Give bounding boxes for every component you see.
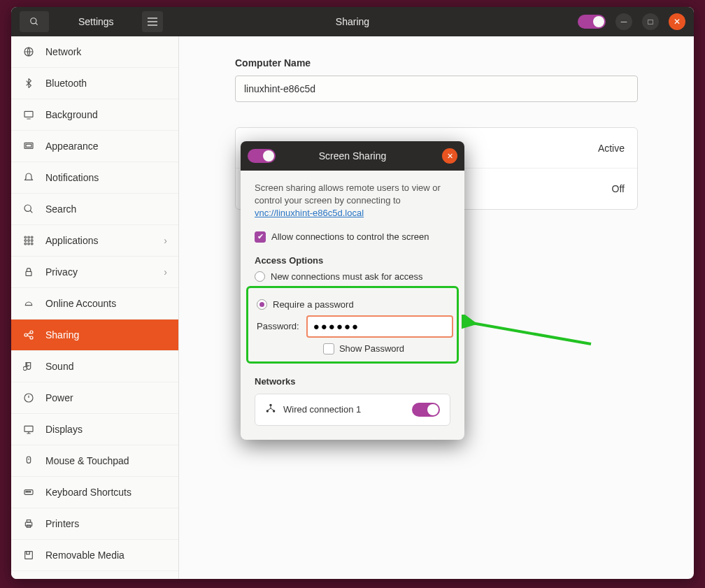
- svg-rect-20: [26, 271, 31, 275]
- allow-control-checkbox[interactable]: ✔: [255, 231, 266, 243]
- password-input[interactable]: [306, 315, 453, 338]
- sidebar-icon: [22, 235, 35, 246]
- sidebar-icon: [22, 487, 35, 498]
- sidebar-icon: [22, 109, 35, 120]
- svg-point-19: [31, 243, 33, 245]
- sidebar-label: Power: [45, 392, 73, 403]
- sidebar-item-removable-media[interactable]: Removable Media: [11, 540, 178, 571]
- chevron-icon: ›: [164, 266, 167, 278]
- search-icon: [29, 17, 39, 27]
- svg-rect-28: [26, 492, 27, 492]
- show-password-row[interactable]: Show Password: [257, 343, 448, 354]
- sidebar-label: Notifications: [45, 172, 99, 183]
- screen-sharing-dialog: Screen Sharing ✕ Screen sharing allows r…: [241, 141, 464, 440]
- sidebar-icon: [22, 266, 35, 278]
- search-button[interactable]: [20, 11, 49, 32]
- close-button[interactable]: ✕: [669, 13, 685, 30]
- sidebar-item-network[interactable]: Network: [11, 36, 178, 68]
- require-password-radio[interactable]: [257, 299, 267, 310]
- computer-name-label: Computer Name: [235, 57, 638, 69]
- hamburger-button[interactable]: [142, 11, 163, 32]
- vnc-link[interactable]: vnc://linuxhint-e86c5d.local: [255, 208, 364, 218]
- sidebar-icon: [22, 329, 35, 340]
- minimize-button[interactable]: ─: [615, 13, 632, 30]
- sidebar-item-power[interactable]: Power: [11, 382, 178, 414]
- svg-point-11: [24, 236, 27, 238]
- sidebar-icon: [22, 172, 35, 183]
- network-name: Wired connection 1: [283, 404, 361, 415]
- sidebar-item-sharing[interactable]: Sharing: [11, 320, 178, 351]
- sidebar-label: Removable Media: [45, 550, 124, 561]
- sidebar-icon: [22, 141, 35, 152]
- app-title: Settings: [78, 16, 114, 27]
- sidebar-item-notifications[interactable]: Notifications: [11, 162, 178, 194]
- svg-line-10: [30, 210, 32, 213]
- sidebar-label: Keyboard Shortcuts: [45, 487, 131, 498]
- network-toggle[interactable]: [412, 403, 440, 417]
- sidebar-icon: [22, 203, 35, 215]
- access-options-heading: Access Options: [255, 255, 450, 266]
- sidebar-icon: [22, 518, 35, 529]
- sidebar-item-mouse-touchpad[interactable]: Mouse & Touchpad: [11, 445, 178, 477]
- sidebar-item-bluetooth[interactable]: Bluetooth: [11, 68, 178, 99]
- sharing-master-toggle[interactable]: [578, 15, 606, 29]
- sidebar-icon: [22, 424, 35, 435]
- require-password-label: Require a password: [273, 299, 354, 310]
- page-title: Sharing: [336, 16, 369, 27]
- password-label: Password:: [257, 321, 299, 331]
- sidebar-item-keyboard-shortcuts[interactable]: Keyboard Shortcuts: [11, 477, 178, 508]
- svg-rect-30: [29, 492, 30, 492]
- sidebar-item-privacy[interactable]: Privacy›: [11, 257, 178, 288]
- row-status: Off: [612, 183, 625, 194]
- computer-name-input[interactable]: [235, 76, 638, 102]
- network-row: Wired connection 1: [255, 394, 450, 426]
- networks-heading: Networks: [255, 376, 450, 387]
- svg-point-14: [24, 240, 27, 242]
- sidebar-item-search[interactable]: Search: [11, 194, 178, 225]
- svg-point-0: [31, 18, 36, 24]
- sidebar-item-background[interactable]: Background: [11, 99, 178, 131]
- dialog-title: Screen Sharing: [319, 150, 387, 162]
- sidebar-label: Printers: [45, 518, 79, 529]
- sidebar-item-online-accounts[interactable]: Online Accounts: [11, 288, 178, 320]
- network-icon: [265, 403, 276, 416]
- sidebar-label: Bluetooth: [45, 78, 87, 89]
- sidebar-item-printers[interactable]: Printers: [11, 508, 178, 540]
- ask-access-row[interactable]: New connections must ask for access: [255, 271, 450, 282]
- sidebar-item-applications[interactable]: Applications›: [11, 225, 178, 257]
- ask-access-radio[interactable]: [255, 271, 265, 282]
- sidebar-label: Network: [45, 46, 81, 57]
- show-password-checkbox[interactable]: [323, 343, 334, 354]
- sidebar-item-sound[interactable]: Sound: [11, 351, 178, 382]
- svg-point-9: [24, 205, 31, 211]
- allow-control-row[interactable]: ✔ Allow connections to control the scree…: [255, 231, 450, 243]
- sidebar-item-appearance[interactable]: Appearance: [11, 131, 178, 162]
- svg-point-22: [30, 331, 33, 334]
- sidebar-icon: [22, 298, 35, 309]
- sidebar-label: Appearance: [45, 141, 99, 152]
- sidebar-label: Sharing: [45, 329, 79, 340]
- svg-rect-32: [27, 520, 30, 522]
- sidebar-icon: [22, 46, 35, 57]
- sidebar-label: Sound: [45, 361, 73, 372]
- sidebar-label: Background: [45, 109, 98, 120]
- svg-rect-8: [26, 144, 31, 147]
- sidebar-label: Privacy: [45, 266, 78, 278]
- sidebar-label: Mouse & Touchpad: [45, 455, 129, 466]
- require-password-row[interactable]: Require a password: [257, 299, 448, 310]
- sidebar-label: Online Accounts: [45, 298, 116, 309]
- titlebar: Settings Sharing ─ □ ✕: [11, 7, 694, 36]
- password-highlight: Require a password Password: Show Passwo…: [246, 286, 459, 364]
- svg-point-18: [28, 243, 30, 245]
- maximize-button[interactable]: □: [642, 13, 659, 30]
- svg-line-1: [36, 23, 38, 25]
- screen-sharing-toggle[interactable]: [248, 149, 276, 163]
- hamburger-icon: [148, 17, 157, 26]
- dialog-close-button[interactable]: ✕: [442, 148, 457, 164]
- svg-rect-6: [24, 111, 33, 117]
- svg-rect-25: [24, 426, 33, 431]
- svg-point-15: [28, 240, 30, 242]
- ask-access-label: New connections must ask for access: [271, 271, 422, 282]
- allow-control-label: Allow connections to control the screen: [271, 231, 429, 242]
- sidebar-item-displays[interactable]: Displays: [11, 414, 178, 445]
